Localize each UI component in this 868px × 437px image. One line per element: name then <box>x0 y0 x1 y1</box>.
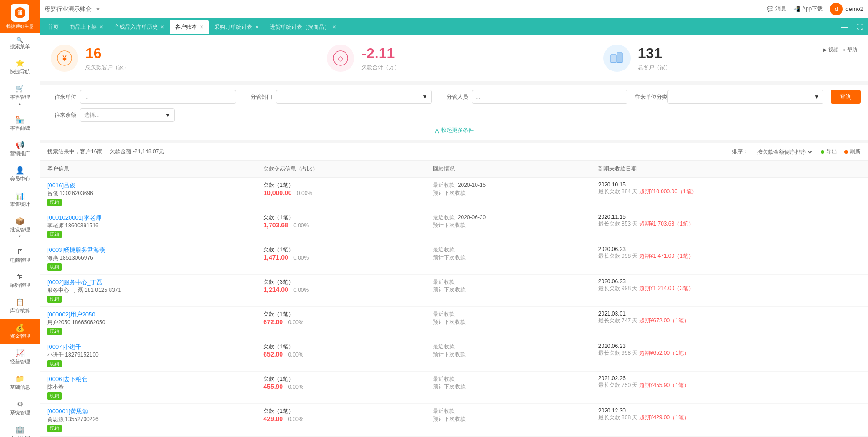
customer-contact-4: 用户2050 18665062050 <box>47 319 249 326</box>
sidebar-item-inventory[interactable]: 📋 库存核算 <box>0 293 40 319</box>
next-payment-3: 预计下次收款 <box>433 286 582 294</box>
overdue-link-7[interactable]: 超期¥429.00（1笔） <box>639 414 689 421</box>
tab-close-product-history[interactable]: ✕ <box>161 25 164 30</box>
table-row: [0003]畅捷服务尹海燕 海燕 18513066976 现销 欠款（1笔） 1… <box>40 242 868 275</box>
filter-row-1: 往来单位 ... 分管部门 ▼ 分管人员 ... <box>47 90 861 104</box>
tab-close-product-offline[interactable]: ✕ <box>100 25 103 30</box>
customer-badge-2: 现销 <box>47 263 62 271</box>
sidebar-item-member[interactable]: 👤 会员中心 <box>0 161 40 187</box>
cell-debt-6: 欠款（1笔） 455.90 0.00% <box>256 372 425 404</box>
user-profile[interactable]: d demo2 <box>830 3 863 15</box>
sidebar-item-operations[interactable]: 📈 经营管理 <box>0 344 40 370</box>
tab-close-customer-account[interactable]: ✕ <box>200 25 203 30</box>
person-input[interactable]: ... <box>472 90 628 104</box>
cell-debt-5: 欠款（1笔） 652.00 0.00% <box>256 339 425 372</box>
tab-purchase-stats[interactable]: 进货单统计表（按商品） ✕ <box>264 20 341 34</box>
balance-select[interactable]: 选择... ▼ <box>80 108 175 122</box>
tab-close-purchase-order[interactable]: ✕ <box>255 25 259 30</box>
overdue-link-0[interactable]: 超期¥10,000.00（1笔） <box>639 188 697 195</box>
debt-amount-row-6: 455.90 0.00% <box>263 383 418 390</box>
col-debt-info: 欠款交易信息（占比） <box>256 161 425 178</box>
tab-product-offline[interactable]: 商品上下架 ✕ <box>64 20 109 34</box>
dept-select[interactable]: ▼ <box>276 90 432 104</box>
tab-purchase-order[interactable]: 采购订单统计表 ✕ <box>209 20 264 34</box>
sidebar-item-enterprise[interactable]: 🏢 企业协同 <box>0 421 40 437</box>
sort-select[interactable]: 按欠款金额倒序排序 <box>755 148 813 156</box>
tab-close-purchase-stats[interactable]: ✕ <box>332 25 336 30</box>
debt-amount-2[interactable]: 1,471.00 <box>263 254 288 261</box>
customer-name-0[interactable]: [0016]吕俊 <box>47 181 249 190</box>
tabbar-minimize[interactable]: — <box>838 22 850 31</box>
debt-amount-6[interactable]: 455.90 <box>263 383 283 390</box>
customer-name-1[interactable]: [0001020001]李老师 <box>47 214 249 222</box>
due-date-1: 2020.11.15 <box>598 214 861 220</box>
card-content-total: -2.11 欠款合计（万） <box>361 45 581 71</box>
overdue-link-4[interactable]: 超期¥672.00（1笔） <box>639 317 689 324</box>
customer-name-4[interactable]: [000002]用户2050 <box>47 311 249 319</box>
customer-badge-3: 现销 <box>47 296 62 303</box>
tab-product-history[interactable]: 产成品入库单历史 ✕ <box>109 20 170 34</box>
debt-amount-1[interactable]: 1,703.68 <box>263 221 288 229</box>
inventory-icon: 📋 <box>15 298 25 306</box>
debt-amount-7[interactable]: 429.00 <box>263 415 283 422</box>
overdue-link-1[interactable]: 超期¥1,703.68（1笔） <box>639 221 694 227</box>
filter-row-2: 往来余额 选择... ▼ <box>47 108 861 122</box>
sidebar-item-retail-stats[interactable]: 📊 零售统计 <box>0 187 40 212</box>
cell-due-2: 2020.06.23 最长欠款 998 天 超期¥1,471.00（1笔） <box>591 242 868 275</box>
card-content-debt: 16 总欠款客户（家） <box>85 45 305 71</box>
query-button[interactable]: 查询 <box>831 90 861 104</box>
tabbar-maximize[interactable]: ⛶ <box>854 22 866 31</box>
debt-count-6: 欠款（1笔） <box>263 375 418 383</box>
debt-percent-7: 0.00% <box>288 416 303 422</box>
overdue-info-3: 最长欠款 998 天 超期¥1,214.00（3笔） <box>598 285 861 292</box>
customer-name-3[interactable]: [0002]服务中心_丁磊 <box>47 278 249 286</box>
sidebar-item-quick-nav[interactable]: ⭐ 快捷导航 <box>0 54 40 80</box>
from-unit-input[interactable]: ... <box>80 90 236 104</box>
sidebar-item-retail-mgmt[interactable]: 🛒 零售管理 ▲ <box>0 80 40 111</box>
export-btn[interactable]: 导出 <box>821 148 837 156</box>
debt-amount-0[interactable]: 10,000.00 <box>263 189 291 196</box>
overdue-link-2[interactable]: 超期¥1,471.00（1笔） <box>639 253 694 259</box>
customer-name-2[interactable]: [0003]畅捷服务尹海燕 <box>47 246 249 254</box>
tab-home[interactable]: 首页 <box>42 20 64 34</box>
unit-category-select[interactable]: ▼ <box>667 90 823 104</box>
sidebar-item-marketing[interactable]: 📢 营销推广 <box>0 136 40 161</box>
purchase-icon: 🛍 <box>16 273 24 281</box>
app-download-btn[interactable]: 📲 App下载 <box>793 5 823 13</box>
sidebar-item-purchase[interactable]: 🛍 采购管理 <box>0 268 40 293</box>
refresh-btn[interactable]: 刷新 <box>844 148 861 156</box>
customer-contact-1: 李老师 18600391516 <box>47 222 249 230</box>
last-payment-4: 最近收款 <box>433 311 584 318</box>
tab-customer-account[interactable]: 客户账本 ✕ <box>170 20 209 34</box>
sidebar-item-system[interactable]: ⚙ 系统管理 <box>0 395 40 421</box>
sidebar-item-retail-mall[interactable]: 🏪 零售商城 <box>0 111 40 136</box>
debt-amount-5[interactable]: 652.00 <box>263 351 283 358</box>
overdue-info-2: 最长欠款 998 天 超期¥1,471.00（1笔） <box>598 252 861 260</box>
sidebar-item-finance[interactable]: 💰 资金管理 <box>0 319 40 344</box>
overdue-link-6[interactable]: 超期¥455.90（1笔） <box>639 382 689 388</box>
sidebar-item-ecommerce[interactable]: 🖥 电商管理 <box>0 243 40 268</box>
debt-amount-4[interactable]: 672.00 <box>263 318 283 326</box>
retail-mall-icon: 🏪 <box>15 115 25 124</box>
overdue-link-3[interactable]: 超期¥1,214.00（3笔） <box>639 285 694 291</box>
customer-name-7[interactable]: [000001]黄思源 <box>47 407 249 416</box>
sidebar-item-basic-info[interactable]: 📁 基础信息 <box>0 370 40 395</box>
sidebar-item-batch-mgmt[interactable]: 📦 批发管理 ▼ <box>0 212 40 243</box>
customer-name-6[interactable]: [0006]去下粮仓 <box>47 375 249 383</box>
customer-contact-7: 黄思源 13552700226 <box>47 416 249 423</box>
help-btn[interactable]: ○ 帮助 <box>843 46 857 53</box>
debt-amount-3[interactable]: 1,214.00 <box>263 286 288 293</box>
collapse-button[interactable]: ⋀ 收起更多条件 <box>47 126 861 134</box>
cell-customer-6: [0006]去下粮仓 陈小希 现销 <box>40 372 256 404</box>
sidebar-search[interactable]: 🔍 搜索菜单 <box>0 33 40 54</box>
cell-debt-2: 欠款（1笔） 1,471.00 0.00% <box>256 242 425 275</box>
sidebar-logo[interactable]: 通 畅捷通好生意 <box>0 0 40 33</box>
due-date-7: 2020.12.30 <box>598 407 861 414</box>
customer-name-5[interactable]: [0007]小进千 <box>47 343 249 351</box>
quick-nav-icon: ⭐ <box>15 59 25 67</box>
overdue-link-5[interactable]: 超期¥652.00（1笔） <box>639 350 689 356</box>
view-btn[interactable]: ▶ 视频 <box>823 46 838 53</box>
filter-unit-category: 往来单位分类 ▼ <box>635 90 823 104</box>
cell-due-7: 2020.12.30 最长欠款 808 天 超期¥429.00（1笔） <box>591 404 868 436</box>
message-btn[interactable]: 💬 消息 <box>767 5 786 13</box>
